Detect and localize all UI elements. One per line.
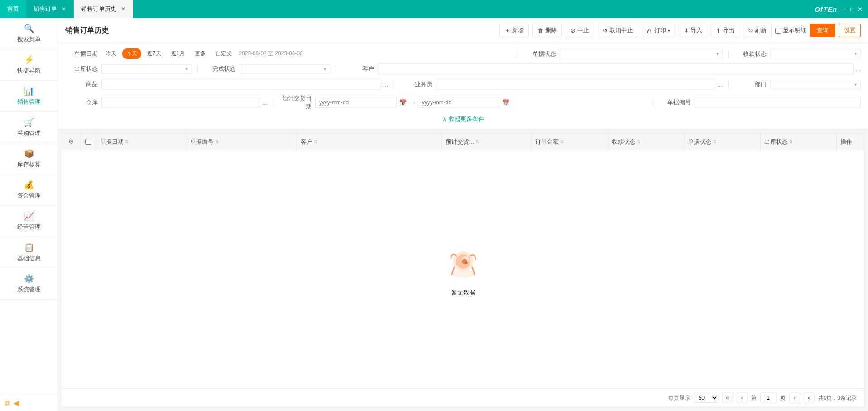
last-page-btn[interactable]: »	[804, 392, 815, 403]
show-detail-input[interactable]	[775, 28, 781, 34]
delete-button[interactable]: 🗑 删除	[532, 24, 562, 37]
cancel-stop-button[interactable]: ↺ 取消中止	[598, 24, 638, 37]
date-sort-icon[interactable]: ⇅	[125, 139, 129, 144]
settings-bottom-icon[interactable]: ⚙	[4, 399, 10, 407]
amount-sort-icon[interactable]: ⇅	[560, 139, 564, 144]
settings-label: 设置	[844, 26, 856, 34]
calendar-start-icon[interactable]: 📅	[399, 99, 407, 106]
today-btn[interactable]: 今天	[122, 48, 141, 59]
refresh-button[interactable]: ↻ 刷新	[743, 24, 772, 37]
settings-icon[interactable]: ⚙	[68, 138, 74, 145]
prev-page-btn[interactable]: ‹	[737, 392, 748, 403]
warehouse-ellipsis[interactable]: ...	[262, 99, 268, 106]
sidebar-item-purchase-mgmt[interactable]: 🛒 采购管理	[0, 112, 58, 143]
dept-select[interactable]: ▾	[770, 80, 861, 89]
quick-nav-icon: ⚡	[24, 55, 34, 65]
delivery-start-input[interactable]	[315, 97, 397, 108]
delivery-end-input[interactable]	[418, 97, 499, 108]
show-detail-checkbox[interactable]: 显示明细	[775, 26, 806, 34]
th-doc-status-label: 单据状态	[688, 138, 711, 146]
warehouse-control: ...	[101, 97, 268, 108]
doc-sort-icon[interactable]: ⇅	[713, 139, 716, 144]
sidebar-item-quick-nav[interactable]: ⚡ 快捷导航	[0, 49, 58, 81]
th-doc-status[interactable]: 单据状态 ⇅	[684, 133, 760, 150]
last7-btn[interactable]: 近7天	[143, 48, 165, 59]
customer-input[interactable]	[378, 63, 854, 74]
yesterday-btn[interactable]: 昨天	[101, 48, 120, 59]
next-page-btn[interactable]: ›	[789, 392, 800, 403]
collapse-sidebar-icon[interactable]: ◀	[14, 399, 19, 407]
filter-sep-3	[197, 65, 198, 73]
first-page-btn[interactable]: «	[722, 392, 733, 403]
page-size-select[interactable]: 50 10 20 100	[694, 393, 719, 403]
basic-info-icon: 📋	[24, 242, 34, 252]
tab-sales-order[interactable]: 销售订单 ✕	[26, 0, 74, 18]
filter-sep-7	[273, 99, 273, 106]
salesperson-ellipsis[interactable]: ...	[717, 81, 723, 88]
stop-button[interactable]: ⊘ 中止	[566, 24, 594, 37]
print-button[interactable]: 🖨 打印 ▾	[642, 24, 675, 37]
close-btn[interactable]: ✕	[858, 6, 863, 13]
th-delivery[interactable]: 预计交货... ⇅	[442, 133, 532, 150]
tab-sales-order-history[interactable]: 销售订单历史 ✕	[74, 0, 133, 18]
th-settings[interactable]: ⚙	[62, 133, 80, 150]
table-body: 暂无数据	[62, 150, 864, 388]
export-button[interactable]: ⬆ 导出	[711, 24, 739, 37]
print-icon: 🖨	[647, 27, 652, 34]
query-button[interactable]: 查询	[810, 24, 835, 37]
customer-ellipsis[interactable]: ...	[855, 65, 861, 73]
warehouse-input[interactable]	[101, 97, 260, 108]
page-number-input[interactable]	[760, 392, 777, 403]
sidebar-item-operations[interactable]: 📈 经营管理	[0, 206, 58, 237]
select-all-checkbox[interactable]	[85, 139, 91, 145]
delivery-sort-icon[interactable]: ⇅	[475, 139, 479, 144]
maximize-btn[interactable]: □	[850, 6, 854, 13]
custom-btn[interactable]: 自定义	[211, 48, 236, 59]
last-month-btn[interactable]: 近1月	[167, 48, 189, 59]
th-pay-status[interactable]: 收款状态 ⇅	[608, 133, 684, 150]
sidebar-bottom: ⚙ ◀	[0, 395, 58, 411]
th-date[interactable]: 单据日期 ⇅	[96, 133, 187, 150]
sidebar-item-system[interactable]: ⚙️ 系统管理	[0, 268, 58, 300]
sidebar-item-search-menu[interactable]: 🔍 搜索菜单	[0, 18, 58, 49]
customer-control: ...	[378, 63, 861, 74]
sidebar-item-basic-info-label: 基础信息	[17, 254, 41, 262]
doc-number-input[interactable]	[695, 97, 861, 108]
pay-sort-icon[interactable]: ⇅	[637, 139, 640, 144]
salesperson-input[interactable]	[436, 79, 716, 90]
goods-input[interactable]	[101, 79, 381, 90]
number-sort-icon[interactable]: ⇅	[215, 139, 219, 144]
th-amount[interactable]: 订单金额 ⇅	[532, 133, 608, 150]
th-out-status[interactable]: 出库状态 ⇅	[761, 133, 837, 150]
th-number[interactable]: 单据编号 ⇅	[187, 133, 297, 150]
customer-sort-icon[interactable]: ⇅	[314, 139, 317, 144]
sidebar-item-basic-info[interactable]: 📋 基础信息	[0, 237, 58, 268]
filter-sep-8	[652, 99, 653, 106]
page-header: 销售订单历史 ＋ 新增 🗑 删除 ⊘ 中止 ↺ 取消中止	[58, 18, 868, 43]
sidebar-item-sales-mgmt[interactable]: 📊 销售管理	[0, 81, 58, 112]
collapse-button[interactable]: ∧ 收起更多条件	[65, 115, 861, 123]
doc-status-select[interactable]: ▾	[560, 49, 723, 58]
tab-home[interactable]: 首页	[0, 0, 26, 18]
out-status-select[interactable]: ▾	[101, 64, 192, 74]
complete-status-select[interactable]: ▾	[240, 64, 330, 74]
goods-ellipsis[interactable]: ...	[383, 81, 388, 88]
sidebar-item-finance[interactable]: 💰 资金管理	[0, 174, 58, 206]
page-suffix: 页	[780, 394, 786, 402]
sidebar-item-operations-label: 经营管理	[17, 223, 41, 231]
th-customer[interactable]: 客户 ⇅	[297, 133, 442, 150]
settings-button[interactable]: 设置	[839, 24, 861, 37]
sidebar-item-quick-nav-label: 快捷导航	[17, 67, 41, 75]
out-sort-icon[interactable]: ⇅	[789, 139, 793, 144]
more-btn[interactable]: 更多	[191, 48, 210, 59]
pay-status-select[interactable]: ▾	[770, 49, 861, 58]
th-checkbox[interactable]	[80, 133, 96, 150]
import-button[interactable]: ⬇ 导入	[679, 24, 707, 37]
add-button[interactable]: ＋ 新增	[499, 24, 529, 37]
calendar-end-icon[interactable]: 📅	[502, 99, 509, 106]
tab-sales-order-close[interactable]: ✕	[62, 6, 66, 12]
minimize-btn[interactable]: —	[841, 6, 847, 13]
tab-sales-order-history-close[interactable]: ✕	[121, 6, 125, 12]
sidebar-item-inventory[interactable]: 📦 库存核算	[0, 143, 58, 174]
goods-control: ...	[101, 79, 388, 90]
